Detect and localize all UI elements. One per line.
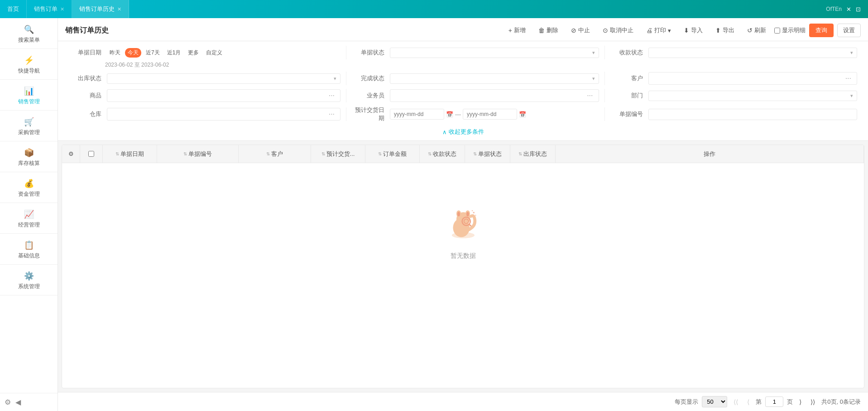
delivery-date-label: 预计交货日期 <box>352 106 388 122</box>
page-input[interactable] <box>765 396 783 407</box>
out-status-select[interactable]: ▾ <box>107 73 340 84</box>
select-all-checkbox[interactable] <box>88 151 94 157</box>
stop-icon: ⊘ <box>571 27 576 34</box>
settings-button[interactable]: 设置 <box>837 24 861 37</box>
sidebar-item-system[interactable]: ⚙️ 系统管理 <box>0 265 58 295</box>
bill-no-label: 单据编号 <box>610 110 647 118</box>
delete-label: 删除 <box>547 26 558 34</box>
tab-sales-history-close[interactable]: ✕ <box>117 6 121 12</box>
complete-status-select[interactable]: ▾ <box>390 73 599 84</box>
th-payment-status[interactable]: ⇅ 收款状态 <box>420 145 465 163</box>
page-first-btn[interactable]: ⟨⟨ <box>731 397 741 406</box>
delivery-date-start[interactable] <box>390 109 444 120</box>
th-bill-status[interactable]: ⇅ 单据状态 <box>465 145 510 163</box>
page-next-btn[interactable]: ⟩ <box>796 397 804 406</box>
export-button[interactable]: ⬆ 导出 <box>711 24 739 37</box>
stop-button[interactable]: ⊘ 中止 <box>566 24 595 37</box>
sidebar-search-label: 搜索菜单 <box>18 36 40 44</box>
th-out-status[interactable]: ⇅ 出库状态 <box>510 145 556 163</box>
sidebar-item-inventory[interactable]: 📦 库存核算 <box>0 141 58 172</box>
date-custom[interactable]: 自定义 <box>203 48 225 58</box>
goods-dots[interactable]: ··· <box>327 92 336 100</box>
date-1month[interactable]: 近1月 <box>164 48 184 58</box>
goods-select[interactable]: ··· <box>107 89 340 102</box>
out-status-arrow: ▾ <box>334 76 336 82</box>
print-button[interactable]: 🖨 打印 ▾ <box>642 24 676 37</box>
bill-status-arrow: ▾ <box>592 50 595 56</box>
query-button[interactable]: 查询 <box>809 24 834 37</box>
display-toggle-label: 显示明细 <box>782 26 806 34</box>
salesman-dots[interactable]: ··· <box>585 92 595 100</box>
inventory-icon: 📦 <box>24 148 34 158</box>
th-delivery[interactable]: ⇅ 预计交货... <box>311 145 365 163</box>
import-icon: ⬇ <box>684 27 689 34</box>
th-date[interactable]: ⇅ 单据日期 <box>103 145 157 163</box>
divider-8 <box>604 107 605 121</box>
svg-point-6 <box>466 212 469 217</box>
sidebar-item-operation[interactable]: 📈 经营管理 <box>0 203 58 234</box>
sidebar-item-search[interactable]: 🔍 搜索菜单 <box>0 18 58 49</box>
date-yesterday[interactable]: 昨天 <box>107 48 123 58</box>
warehouse-label: 仓库 <box>69 110 105 118</box>
th-settings[interactable]: ⚙ <box>62 145 80 163</box>
system-icon: ⚙️ <box>24 271 34 281</box>
th-checkbox[interactable] <box>80 145 103 163</box>
cancel-stop-button[interactable]: ⊙ 取消中止 <box>598 24 638 37</box>
sidebar-collapse-icon[interactable]: ◀ <box>15 398 21 406</box>
sidebar-item-sales[interactable]: 📊 销售管理 <box>0 80 58 111</box>
dept-arrow: ▾ <box>850 93 853 99</box>
display-toggle-checkbox[interactable] <box>774 28 780 34</box>
page-total: 共0页, 0条记录 <box>821 398 861 406</box>
refresh-icon: ↺ <box>747 27 753 34</box>
cal-start-icon[interactable]: 📅 <box>446 111 453 118</box>
tab-sales-history[interactable]: 销售订单历史 ✕ <box>72 0 129 18</box>
delivery-date-end[interactable] <box>463 109 517 120</box>
import-button[interactable]: ⬇ 导入 <box>679 24 707 37</box>
th-amount[interactable]: ⇅ 订单金额 <box>365 145 420 163</box>
customer-dots[interactable]: ··· <box>844 74 853 82</box>
warehouse-dots[interactable]: ··· <box>327 110 336 118</box>
content-area: 销售订单历史 + 新增 🗑 删除 ⊘ 中止 ⊙ 取消中止 <box>58 18 868 411</box>
salesman-select[interactable]: ··· <box>390 89 599 102</box>
page-size-select[interactable]: 50 10 20 100 <box>702 396 727 407</box>
sidebar-settings-icon[interactable]: ⚙ <box>5 398 11 406</box>
date-more[interactable]: 更多 <box>185 48 201 58</box>
bill-no-cell: 单据编号 <box>607 109 861 120</box>
tab-sales-order-close[interactable]: ✕ <box>60 6 64 12</box>
sidebar-item-quicknav[interactable]: ⚡ 快捷导航 <box>0 49 58 80</box>
page-prev-btn[interactable]: ⟨ <box>744 397 752 406</box>
bill-status-cell: 单据状态 ▾ <box>348 48 602 58</box>
toolbar: + 新增 🗑 删除 ⊘ 中止 ⊙ 取消中止 🖨 打印 <box>504 24 861 37</box>
window-expand-icon[interactable]: ⊡ <box>856 6 861 13</box>
page-last-btn[interactable]: ⟩⟩ <box>808 397 818 406</box>
collapse-bar[interactable]: ∧ 收起更多条件 <box>65 126 861 136</box>
bill-no-input[interactable] <box>648 109 857 120</box>
print-dropdown-icon: ▾ <box>668 27 671 34</box>
window-close-icon[interactable]: ✕ <box>846 6 851 13</box>
add-button[interactable]: + 新增 <box>504 24 530 37</box>
complete-status-label: 完成状态 <box>352 74 388 82</box>
bill-status-select[interactable]: ▾ <box>390 48 599 58</box>
warehouse-select[interactable]: ··· <box>107 108 340 121</box>
cal-end-icon[interactable]: 📅 <box>519 111 526 118</box>
tab-home[interactable]: 首页 <box>0 0 27 18</box>
th-amount-sort-icon: ⇅ <box>378 151 382 156</box>
delete-icon: 🗑 <box>538 27 545 34</box>
sidebar-item-finance[interactable]: 💰 资金管理 <box>0 172 58 203</box>
refresh-button[interactable]: ↺ 刷新 <box>743 24 771 37</box>
th-customer[interactable]: ⇅ 客户 <box>239 145 311 163</box>
sidebar-item-purchase[interactable]: 🛒 采购管理 <box>0 111 58 141</box>
sidebar-item-basic[interactable]: 📋 基础信息 <box>0 234 58 265</box>
date-label: 单据日期 <box>69 48 105 57</box>
delete-button[interactable]: 🗑 删除 <box>534 24 563 37</box>
tab-sales-order[interactable]: 销售订单 ✕ <box>27 0 72 18</box>
dept-select[interactable]: ▾ <box>648 91 857 101</box>
customer-select[interactable]: ··· <box>648 72 857 85</box>
filter-row-3: 商品 ··· 业务员 ··· 部门 <box>65 89 861 102</box>
th-bill-no[interactable]: ⇅ 单据编号 <box>157 145 239 163</box>
date-7days[interactable]: 近7天 <box>143 48 163 58</box>
divider-6 <box>604 89 605 102</box>
date-today[interactable]: 今天 <box>125 48 141 58</box>
display-toggle[interactable]: 显示明细 <box>774 26 806 34</box>
payment-status-select[interactable]: ▾ <box>648 48 857 58</box>
